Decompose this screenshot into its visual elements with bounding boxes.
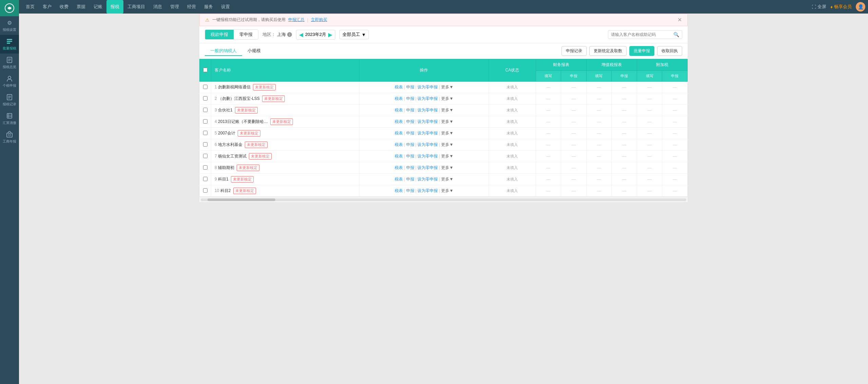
notice-link-buy[interactable]: 立即购买 (311, 17, 327, 23)
btn-withdraw[interactable]: 收取回执 (657, 46, 682, 56)
sidebar-item-annual-settlement[interactable]: 汇算清缴 (0, 109, 19, 128)
btn-update-data[interactable]: 更新统定及取数 (589, 46, 627, 56)
row-checkbox[interactable] (203, 165, 208, 170)
main-table-wrapper: 客户名称 操作 CA状态 财务报表 增值税报表 附加税 填写 申报 填写 申报 (199, 59, 688, 197)
row-checkbox[interactable] (203, 85, 208, 89)
user-avatar[interactable]: 👤 (856, 2, 865, 12)
action-more[interactable]: 更多▼ (441, 188, 453, 193)
search-input[interactable] (611, 32, 672, 37)
action-tax-table[interactable]: 税表 (395, 119, 403, 124)
action-more[interactable]: 更多▼ (441, 119, 453, 124)
action-more[interactable]: 更多▼ (441, 142, 453, 147)
fullscreen-button[interactable]: ⛶ 全屏 (812, 4, 826, 10)
action-more[interactable]: 更多▼ (441, 177, 453, 182)
action-set-zero[interactable]: 设为零申报 (417, 142, 438, 147)
action-tax-table[interactable]: 税表 (395, 108, 403, 112)
sidebar-item-tax-record[interactable]: 报税记录 (0, 91, 19, 109)
action-declare[interactable]: 申报 (406, 96, 414, 101)
sidebar-item-business-annual[interactable]: 工商年报 (0, 128, 19, 147)
action-declare[interactable]: 申报 (406, 131, 414, 135)
action-set-zero[interactable]: 设为零申报 (417, 177, 438, 182)
action-tax-table[interactable]: 税表 (395, 85, 403, 89)
action-more[interactable]: 更多▼ (441, 85, 453, 89)
period-next-button[interactable]: ▶ (328, 31, 332, 38)
notice-close-button[interactable]: ✕ (677, 17, 682, 23)
tab-zero[interactable]: 零申报 (234, 30, 258, 39)
action-set-zero[interactable]: 设为零申报 (417, 96, 438, 101)
sidebar-item-tax-overview[interactable]: 报税总览 (0, 54, 19, 72)
action-tax-table[interactable]: 税表 (395, 96, 403, 101)
notice-text: 一键报税功能已过试用期，请购买后使用 (212, 17, 285, 23)
action-declare[interactable]: 申报 (406, 119, 414, 124)
nav-service[interactable]: 服务 (200, 0, 217, 14)
action-declare[interactable]: 申报 (406, 108, 414, 112)
row-checkbox[interactable] (203, 177, 208, 181)
row-checkbox[interactable] (203, 142, 208, 147)
action-more[interactable]: 更多▼ (441, 108, 453, 112)
row-checkbox[interactable] (203, 131, 208, 135)
region-selector: 地区： 上海 i (262, 31, 292, 38)
action-set-zero[interactable]: 设为零申报 (417, 131, 438, 135)
tab-declare[interactable]: 税款申报 (205, 30, 234, 39)
action-declare[interactable]: 申报 (406, 165, 414, 170)
scroll-thumb[interactable] (208, 198, 275, 201)
action-set-zero[interactable]: 设为零申报 (417, 188, 438, 193)
action-more[interactable]: 更多▼ (441, 165, 453, 170)
nav-billing[interactable]: 收费 (56, 0, 73, 14)
sidebar-item-tax-settings[interactable]: ⚙ 报税设置 (0, 16, 19, 35)
action-set-zero[interactable]: 设为零申报 (417, 119, 438, 124)
upgrade-button[interactable]: ♦ 畅享会员 (830, 4, 852, 10)
action-set-zero[interactable]: 设为零申报 (417, 85, 438, 89)
row-number: 5 (215, 131, 217, 135)
nav-message[interactable]: 消息 (149, 0, 166, 14)
action-tax-table[interactable]: 税表 (395, 131, 403, 135)
action-more[interactable]: 更多▼ (441, 96, 453, 101)
horizontal-scrollbar[interactable] (199, 197, 688, 202)
row-checkbox[interactable] (203, 108, 208, 112)
row-checkbox[interactable] (203, 188, 208, 193)
action-set-zero[interactable]: 设为零申报 (417, 154, 438, 158)
nav-invoice[interactable]: 票据 (73, 0, 90, 14)
nav-operation[interactable]: 经营 (183, 0, 200, 14)
row-checkbox[interactable] (203, 119, 208, 124)
action-tax-table[interactable]: 税表 (395, 188, 403, 193)
sidebar-item-batch-tax[interactable]: 批量报税 (0, 35, 19, 54)
action-more[interactable]: 更多▼ (441, 154, 453, 158)
action-declare[interactable]: 申报 (406, 142, 414, 147)
nav-business[interactable]: 工商项目 (123, 0, 149, 14)
action-tax-table[interactable]: 税表 (395, 177, 403, 182)
select-all-checkbox[interactable] (203, 68, 208, 72)
action-set-zero[interactable]: 设为零申报 (417, 108, 438, 112)
action-declare[interactable]: 申报 (406, 85, 414, 89)
staff-selector[interactable]: 全部员工 ▼ (339, 30, 369, 39)
notice-link-summary[interactable]: 申报汇总 (288, 17, 304, 23)
sidebar-item-label: 报税设置 (3, 27, 16, 32)
action-tax-table[interactable]: 税表 (395, 154, 403, 158)
btn-declare-record[interactable]: 申报记录 (561, 46, 587, 56)
nav-tax[interactable]: 报税 (106, 0, 123, 14)
search-icon[interactable]: 🔍 (673, 32, 679, 37)
action-tax-table[interactable]: 税表 (395, 165, 403, 170)
action-more[interactable]: 更多▼ (441, 131, 453, 135)
action-set-zero[interactable]: 设为零申报 (417, 165, 438, 170)
sidebar-item-personal-tax[interactable]: 个税申报 (0, 72, 19, 91)
tab-small-taxpayer[interactable]: 小规模 (242, 46, 266, 56)
tab-general-taxpayer[interactable]: 一般的纳税人 (205, 46, 242, 56)
action-declare[interactable]: 申报 (406, 154, 414, 158)
action-declare[interactable]: 申报 (406, 177, 414, 182)
region-info-icon[interactable]: i (287, 32, 292, 37)
sidebar-item-label: 汇算清缴 (3, 121, 16, 125)
nav-customer[interactable]: 客户 (39, 0, 56, 14)
row-checkbox[interactable] (203, 154, 208, 158)
action-tax-table[interactable]: 税表 (395, 142, 403, 147)
row-ca-status: 未填入 (489, 139, 536, 151)
nav-manage[interactable]: 管理 (166, 0, 183, 14)
nav-home[interactable]: 首页 (22, 0, 39, 14)
nav-settings[interactable]: 设置 (217, 0, 234, 14)
row-checkbox-cell (200, 185, 211, 197)
period-prev-button[interactable]: ◀ (299, 31, 303, 38)
btn-batch-declare[interactable]: 批量申报 (629, 46, 654, 56)
nav-accounting[interactable]: 记账 (90, 0, 106, 14)
action-declare[interactable]: 申报 (406, 188, 414, 193)
row-checkbox[interactable] (203, 96, 208, 101)
